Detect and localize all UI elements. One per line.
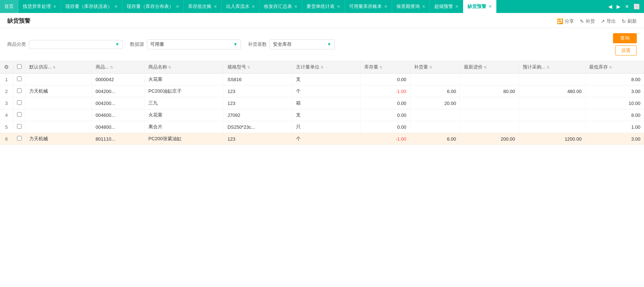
th-product-code[interactable]: 商品... ⇅ — [92, 61, 144, 74]
row-checkbox-3[interactable] — [17, 112, 22, 117]
nav-prev-btn[interactable]: ◀ — [607, 3, 614, 10]
cell-replenish-qty: 6.00 — [410, 133, 460, 145]
row-checkbox-1[interactable] — [17, 88, 22, 93]
th-gear[interactable]: ⚙ — [0, 61, 13, 74]
settings-button[interactable]: 设置 — [615, 45, 637, 56]
nav-close-btn[interactable]: ✕ — [623, 3, 631, 10]
cell-stock: -1.00 — [360, 85, 410, 97]
nav-restore-btn[interactable]: ⬜ — [632, 3, 641, 10]
row-checkbox-2[interactable] — [17, 100, 22, 105]
datasource-value: 可用量 — [150, 41, 164, 48]
close-shortage[interactable]: ✕ — [488, 4, 492, 9]
row-checkbox-5[interactable] — [17, 136, 22, 141]
row-checkbox-4[interactable] — [17, 124, 22, 129]
category-select[interactable]: ▼ — [29, 40, 123, 49]
replenish-value: 安全库存 — [273, 41, 292, 48]
replenish-label: 补货基数 — [248, 41, 267, 48]
nav-item-overstock[interactable]: 超储预警 ✕ — [430, 0, 463, 13]
replenish-button[interactable]: ✎ 补货 — [580, 18, 595, 25]
select-all-checkbox[interactable] — [17, 64, 22, 69]
close-available-ledger[interactable]: ✕ — [384, 4, 387, 9]
page-title: 缺货预警 — [7, 17, 30, 25]
sort-arrows-supplier: ⇅ — [53, 65, 56, 69]
cell-checkbox[interactable] — [13, 109, 25, 121]
th-spec[interactable]: 规格型号 ⇅ — [224, 61, 292, 74]
share-button[interactable]: 🔁 分享 — [557, 18, 574, 25]
cell-stock: 0.00 — [360, 121, 410, 133]
query-button[interactable]: 查询 — [613, 33, 637, 43]
th-replenish-qty[interactable]: 补货量 ⇅ — [410, 61, 460, 74]
th-latest-price[interactable]: 最新进价 ⇅ — [460, 61, 519, 74]
sort-supplier[interactable]: 默认供应... ⇅ — [29, 64, 56, 70]
cell-replenish-qty: 6.00 — [410, 85, 460, 97]
cell-stock: -1.00 — [360, 133, 410, 145]
nav-item-inventory-status[interactable]: 现存量（库存状况表） ✕ — [61, 0, 122, 13]
nav-next-btn[interactable]: ▶ — [615, 3, 622, 10]
sort-latest-price[interactable]: 最新进价 ⇅ — [464, 64, 487, 70]
nav-item-expiry[interactable]: 保质期查询 ✕ — [392, 0, 430, 13]
cell-estimated-purchase — [519, 74, 585, 85]
sort-min-stock[interactable]: 最低库存 ⇅ — [589, 64, 612, 70]
filter-bar: 商品分类 ▼ 数据源 可用量 ▼ 补货基数 安全库存 ▼ 查询 设置 — [0, 28, 644, 61]
row-checkbox-0[interactable] — [17, 76, 22, 81]
nav-item-shortage[interactable]: 缺货预警 ✕ — [463, 0, 496, 13]
cell-checkbox[interactable] — [13, 74, 25, 85]
th-estimated-purchase[interactable]: 预计采购... ⇅ — [519, 61, 585, 74]
replenish-select[interactable]: 安全库存 ▼ — [270, 39, 335, 49]
cell-checkbox[interactable] — [13, 121, 25, 133]
cell-estimated-purchase — [519, 109, 585, 121]
cell-product-code: 004200... — [92, 97, 144, 109]
datasource-label: 数据源 — [130, 41, 144, 48]
close-inout-flow[interactable]: ✕ — [252, 4, 255, 9]
sort-unit[interactable]: 主计量单位 ⇅ — [296, 64, 323, 70]
cell-row-num: 6 — [0, 133, 13, 145]
close-inventory-status[interactable]: ✕ — [114, 4, 118, 9]
th-product-name[interactable]: 商品名称 ⇅ — [145, 61, 224, 74]
sort-replenish-qty[interactable]: 补货量 ⇅ — [414, 64, 432, 70]
sort-spec[interactable]: 规格型号 ⇅ — [227, 64, 250, 70]
close-expiry[interactable]: ✕ — [422, 4, 425, 9]
cell-unit: 只 — [292, 121, 360, 133]
nav-item-home[interactable]: 首页 — [0, 0, 18, 13]
cell-replenish-qty — [410, 121, 460, 133]
sort-product-code[interactable]: 商品... ⇅ — [96, 64, 113, 70]
close-inventory-dist[interactable]: ✕ — [176, 4, 179, 9]
nav-item-recv-summary[interactable]: 收发存汇总表 ✕ — [260, 0, 302, 13]
cell-checkbox[interactable] — [13, 133, 25, 145]
cell-supplier — [25, 97, 92, 109]
close-recv-summary[interactable]: ✕ — [294, 4, 297, 9]
nav-item-inventory-dist[interactable]: 现存量（库存分布表） ✕ — [122, 0, 184, 13]
nav-item-demand-stats[interactable]: 要货单统计表 ✕ — [302, 0, 345, 13]
nav-item-batch[interactable]: 库存批次账 ✕ — [184, 0, 222, 13]
refresh-button[interactable]: ↻ 刷新 — [622, 18, 637, 25]
sort-stock[interactable]: 库存量 ⇅ — [364, 64, 382, 70]
nav-item-inout-flow[interactable]: 出入库流水 ✕ — [222, 0, 260, 13]
cell-unit: 个 — [292, 133, 360, 145]
cell-checkbox[interactable] — [13, 85, 25, 97]
nav-item-available-ledger[interactable]: 可用量库存账本 ✕ — [345, 0, 392, 13]
close-overstock[interactable]: ✕ — [455, 4, 458, 9]
th-supplier[interactable]: 默认供应... ⇅ — [25, 61, 92, 74]
datasource-select[interactable]: 可用量 ▼ — [147, 39, 241, 49]
close-batch[interactable]: ✕ — [214, 4, 217, 9]
close-demand-stats[interactable]: ✕ — [337, 4, 340, 9]
cell-supplier: 力天机械 — [25, 85, 92, 97]
sort-arrows-product-name: ⇅ — [168, 65, 171, 69]
sort-arrows-unit: ⇅ — [321, 65, 323, 69]
cell-checkbox[interactable] — [13, 97, 25, 109]
replenish-icon: ✎ — [580, 18, 584, 24]
cell-spec: 123 — [224, 85, 292, 97]
th-min-stock[interactable]: 最低库存 ⇅ — [586, 61, 644, 74]
gear-icon[interactable]: ⚙ — [4, 64, 9, 70]
nav-controls: ◀ ▶ ✕ ⬜ — [604, 3, 644, 10]
cell-estimated-purchase — [519, 97, 585, 109]
cell-product-name: 三九 — [145, 97, 224, 109]
close-abnormal[interactable]: ✕ — [53, 4, 56, 9]
sort-estimated-purchase[interactable]: 预计采购... ⇅ — [523, 64, 549, 70]
nav-item-abnormal[interactable]: 拣货异常处理 ✕ — [18, 0, 61, 13]
sort-product-name[interactable]: 商品名称 ⇅ — [148, 64, 171, 70]
th-checkbox[interactable] — [13, 61, 25, 74]
th-stock[interactable]: 库存量 ⇅ — [360, 61, 410, 74]
export-button[interactable]: ↗ 导出 — [601, 18, 616, 25]
th-unit[interactable]: 主计量单位 ⇅ — [292, 61, 360, 74]
